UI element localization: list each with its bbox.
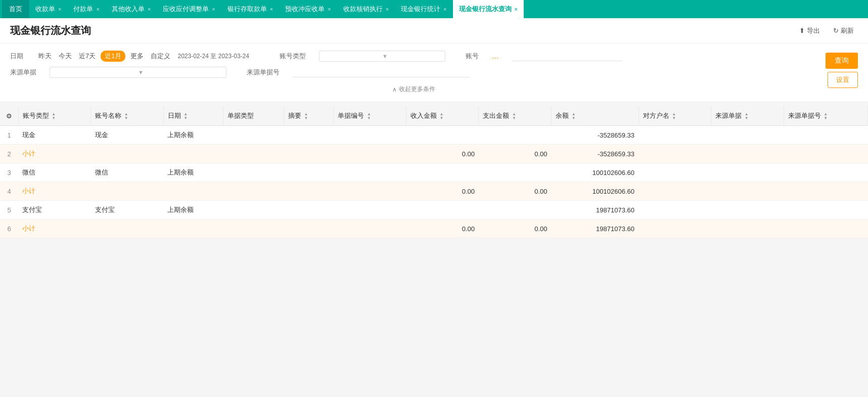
th-account-name[interactable]: 账号名称 ▲▼ — [91, 106, 164, 126]
nav-item-7[interactable]: 现金银行统计 × — [395, 0, 452, 18]
cell-date — [163, 145, 223, 163]
cell-summary — [284, 201, 333, 219]
sort-icon-source-doc: ▲▼ — [745, 112, 749, 120]
nav-close-4[interactable]: × — [270, 6, 273, 12]
nav-item-8[interactable]: 现金银行流水查询 × — [453, 0, 524, 18]
table-row: 1现金现金上期余额-3528659.33 — [0, 126, 868, 145]
nav-close-2[interactable]: × — [148, 6, 151, 12]
collapse-bar[interactable]: ∧ 收起更多条件 — [10, 83, 817, 98]
cell-income — [406, 201, 479, 219]
cell-summary — [284, 163, 333, 182]
nav-close-3[interactable]: × — [212, 6, 215, 12]
nav-home[interactable]: 首页 — [2, 0, 29, 18]
source-doc-num-input[interactable] — [293, 68, 470, 76]
cell-row-num: 3 — [0, 163, 18, 182]
th-counterpart[interactable]: 对方户名 ▲▼ — [638, 106, 711, 126]
date-range: 2023-02-24 至 2023-03-24 — [177, 52, 249, 61]
cell-row-num: 6 — [0, 219, 18, 238]
query-button[interactable]: 查询 — [826, 53, 858, 69]
sort-icon-date: ▲▼ — [184, 112, 188, 120]
table-row: 6小计0.000.0019871073.60 — [0, 219, 868, 238]
cell-account-type: 现金 — [18, 126, 91, 145]
refresh-icon: ↻ — [833, 27, 839, 34]
cell-summary — [284, 182, 333, 201]
date-opt-more[interactable]: 更多 — [128, 51, 146, 62]
date-opt-1month[interactable]: 近1月 — [101, 51, 125, 62]
th-summary[interactable]: 摘要 ▲▼ — [284, 106, 333, 126]
th-doc-num[interactable]: 单据编号 ▲▼ — [334, 106, 406, 126]
cell-account-type: 小计 — [18, 182, 91, 201]
cell-account-type: 支付宝 — [18, 201, 91, 219]
account-type-arrow: ▼ — [382, 53, 441, 59]
nav-item-0[interactable]: 收款单 × — [29, 0, 67, 18]
nav-close-1[interactable]: × — [96, 6, 99, 12]
nav-item-2[interactable]: 其他收入单 × — [106, 0, 157, 18]
filter-fields: 日期 昨天 今天 近7天 近1月 更多 自定义 2023-02-24 至 202… — [10, 51, 817, 98]
th-account-type[interactable]: 账号类型 ▲▼ — [18, 106, 91, 126]
cell-account-name: 支付宝 — [91, 201, 164, 219]
cell-account-name: 现金 — [91, 126, 164, 145]
export-button[interactable]: ⬆ 导出 — [795, 24, 824, 37]
th-expense[interactable]: 支出金额 ▲▼ — [479, 106, 552, 126]
header-actions: ⬆ 导出 ↻ 刷新 — [795, 24, 858, 37]
cell-counterpart — [638, 219, 711, 238]
refresh-button[interactable]: ↻ 刷新 — [829, 24, 858, 37]
cell-row-num: 1 — [0, 126, 18, 145]
cell-expense — [479, 163, 552, 182]
cell-counterpart — [638, 145, 711, 163]
source-doc-select[interactable]: ▼ — [50, 67, 226, 78]
th-doc-type[interactable]: 单据类型 — [223, 106, 284, 126]
sort-icon-expense: ▲▼ — [512, 112, 516, 120]
cell-doc-type — [223, 163, 284, 182]
account-type-select[interactable]: ▼ — [319, 51, 445, 62]
cell-account-type: 小计 — [18, 145, 91, 163]
cell-doc-num — [334, 163, 406, 182]
cell-date — [163, 182, 223, 201]
nav-item-4[interactable]: 银行存取款单 × — [221, 0, 279, 18]
date-opt-yesterday[interactable]: 昨天 — [36, 51, 54, 62]
date-opt-7days[interactable]: 近7天 — [77, 51, 98, 62]
th-settings[interactable]: ⚙ — [0, 106, 18, 126]
cell-account-name — [91, 219, 164, 238]
cell-doc-type — [223, 126, 284, 145]
date-opt-custom[interactable]: 自定义 — [149, 51, 172, 62]
cell-account-name — [91, 182, 164, 201]
nav-item-6[interactable]: 收款核销执行 × — [337, 0, 395, 18]
export-label: 导出 — [807, 26, 820, 35]
cell-summary — [284, 145, 333, 163]
nav-close-7[interactable]: × — [443, 6, 446, 12]
table-header: ⚙ 账号类型 ▲▼ 账号名称 ▲▼ 日期 ▲▼ 单据类型 摘要 ▲▼ 单据编号 … — [0, 106, 868, 126]
sort-icon-doc-num: ▲▼ — [367, 112, 371, 120]
filter-row-1: 日期 昨天 今天 近7天 近1月 更多 自定义 2023-02-24 至 202… — [10, 51, 817, 62]
cell-source-doc — [711, 163, 784, 182]
th-source-doc-num[interactable]: 来源单据号 ▲▼ — [784, 106, 867, 126]
nav-close-5[interactable]: × — [328, 6, 331, 12]
nav-label-3: 应收应付调整单 — [163, 5, 209, 14]
account-input[interactable] — [512, 52, 623, 60]
nav-close-0[interactable]: × — [58, 6, 61, 12]
filter-section: 日期 昨天 今天 近7天 近1月 更多 自定义 2023-02-24 至 202… — [10, 51, 858, 98]
nav-close-6[interactable]: × — [386, 6, 389, 12]
cell-doc-type — [223, 201, 284, 219]
settings-button[interactable]: 设置 — [828, 72, 858, 88]
cell-counterpart — [638, 126, 711, 145]
nav-item-3[interactable]: 应收应付调整单 × — [157, 0, 221, 18]
source-doc-num-wrap — [293, 67, 470, 77]
refresh-label: 刷新 — [841, 26, 854, 35]
cell-date — [163, 219, 223, 238]
th-source-doc[interactable]: 来源单据 ▲▼ — [711, 106, 784, 126]
collapse-label: 收起更多条件 — [399, 85, 435, 94]
th-income[interactable]: 收入金额 ▲▼ — [406, 106, 479, 126]
th-balance[interactable]: 余额 ▲▼ — [552, 106, 638, 126]
cell-expense: 0.00 — [479, 182, 552, 201]
cell-balance: 100102606.60 — [552, 182, 638, 201]
sort-icon-account-name: ▲▼ — [124, 112, 128, 120]
account-more-dots[interactable]: ... — [492, 52, 498, 61]
date-opt-today[interactable]: 今天 — [57, 51, 74, 62]
th-date[interactable]: 日期 ▲▼ — [163, 106, 223, 126]
nav-item-5[interactable]: 预收冲应收单 × — [279, 0, 337, 18]
cell-income — [406, 163, 479, 182]
nav-item-1[interactable]: 付款单 × — [67, 0, 105, 18]
table-row: 5支付宝支付宝上期余额19871073.60 — [0, 201, 868, 219]
nav-close-8[interactable]: × — [515, 6, 518, 12]
